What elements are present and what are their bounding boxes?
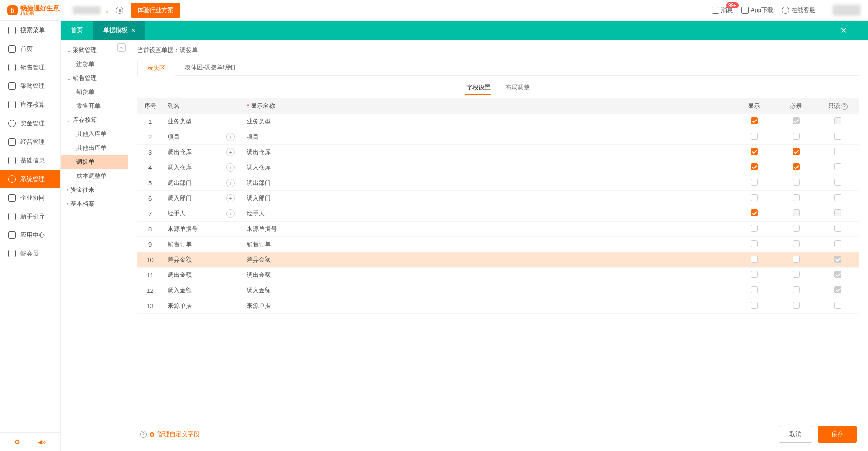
nav-item-system[interactable]: 系统管理: [0, 170, 60, 188]
checkbox[interactable]: [834, 133, 841, 140]
cell-display-name[interactable]: 项目: [242, 129, 733, 145]
nav-item-info[interactable]: 基础信息: [0, 151, 60, 170]
plus-icon[interactable]: +: [226, 179, 235, 187]
nav-item-search[interactable]: 搜索菜单: [0, 21, 60, 40]
checkbox[interactable]: [793, 302, 800, 309]
cell-display-name[interactable]: 调入金额: [242, 283, 733, 298]
checkbox[interactable]: [751, 256, 758, 263]
subnav-item[interactable]: 成本调整单: [61, 169, 128, 183]
industry-plan-button[interactable]: 体验行业方案: [131, 3, 180, 18]
plus-icon[interactable]: +: [226, 163, 235, 172]
section-tab[interactable]: 表头区: [137, 60, 175, 76]
tab-单据模板[interactable]: 单据模板×: [93, 21, 145, 40]
checkbox[interactable]: [751, 286, 758, 293]
user-avatar[interactable]: [833, 5, 861, 16]
subnav-group[interactable]: ⌄销售管理: [61, 71, 128, 85]
settings-icon[interactable]: ⚙: [14, 438, 20, 445]
checkbox[interactable]: [793, 225, 800, 232]
checkbox[interactable]: [751, 117, 758, 124]
checkbox[interactable]: [751, 271, 758, 278]
checkbox[interactable]: [793, 256, 800, 263]
nav-item-collab[interactable]: 企业协同: [0, 188, 60, 207]
subnav-group[interactable]: ›基本档案: [61, 197, 128, 211]
logo[interactable]: b 畅捷通好生意 精易版: [7, 5, 61, 16]
nav-item-biz[interactable]: 经营管理: [0, 133, 60, 151]
plus-icon[interactable]: +: [226, 209, 235, 218]
cell-display-name[interactable]: 调入仓库: [242, 160, 733, 175]
inner-tab[interactable]: 字段设置: [465, 81, 491, 95]
collapse-nav-icon[interactable]: ◀»: [38, 438, 46, 445]
checkbox[interactable]: [751, 133, 758, 140]
checkbox[interactable]: [793, 271, 800, 278]
checkbox[interactable]: [834, 302, 841, 309]
nav-item-purchase[interactable]: 采购管理: [0, 77, 60, 95]
subnav-item[interactable]: 其他入库单: [61, 127, 128, 141]
checkbox[interactable]: [751, 302, 758, 309]
cell-display-name[interactable]: 来源单据: [242, 298, 733, 314]
inner-tab[interactable]: 布局调整: [505, 81, 531, 95]
help-icon[interactable]: ?: [140, 431, 147, 438]
cancel-button[interactable]: 取消: [779, 426, 812, 443]
nav-item-fund[interactable]: 资金管理: [0, 114, 60, 133]
subnav-item[interactable]: 调拨单: [61, 155, 128, 169]
subnav-item[interactable]: 零售开单: [61, 99, 128, 113]
save-button[interactable]: 保存: [818, 426, 857, 443]
cell-display-name[interactable]: 来源单据号: [242, 222, 733, 237]
nav-item-home[interactable]: 首页: [0, 40, 60, 58]
messages-button[interactable]: 消息 99+: [712, 6, 733, 14]
cell-display-name[interactable]: 调出部门: [242, 175, 733, 191]
cell-display-name[interactable]: 业务类型: [242, 114, 733, 129]
tab-首页[interactable]: 首页: [61, 21, 93, 40]
checkbox[interactable]: [751, 148, 758, 155]
nav-item-sales[interactable]: 销售管理: [0, 58, 60, 77]
nav-item-stock[interactable]: 库存核算: [0, 95, 60, 114]
subnav-item[interactable]: 销货单: [61, 85, 128, 99]
online-service-button[interactable]: 在线客服: [782, 6, 815, 14]
help-icon[interactable]: ?: [841, 103, 848, 110]
checkbox[interactable]: [793, 133, 800, 140]
checkbox[interactable]: [834, 225, 841, 232]
subnav-group[interactable]: ›资金往来: [61, 183, 128, 197]
checkbox[interactable]: [834, 194, 841, 201]
cell-display-name[interactable]: 经手人: [242, 206, 733, 222]
plus-icon[interactable]: +: [226, 148, 235, 156]
subnav-item[interactable]: 其他出库单: [61, 141, 128, 155]
checkbox[interactable]: [793, 286, 800, 293]
cell-display-name[interactable]: 调入部门: [242, 191, 733, 206]
plus-icon[interactable]: +: [226, 133, 235, 141]
subnav-item[interactable]: 进货单: [61, 57, 128, 71]
cell-display-name[interactable]: 调出金额: [242, 268, 733, 283]
cell-display-name[interactable]: 销售订单: [242, 237, 733, 252]
checkbox[interactable]: [793, 240, 800, 247]
chevron-down-icon[interactable]: ⌄: [104, 7, 109, 14]
checkbox[interactable]: [834, 179, 841, 186]
org-selector[interactable]: ⌄: [73, 6, 131, 14]
checkbox[interactable]: [751, 240, 758, 247]
checkbox[interactable]: [751, 209, 758, 216]
checkbox[interactable]: [793, 179, 800, 186]
close-icon[interactable]: ×: [131, 27, 135, 34]
tab-close-all-icon[interactable]: ✕: [841, 26, 847, 35]
nav-item-apps[interactable]: 应用中心: [0, 226, 60, 244]
collapse-subnav-icon[interactable]: «: [117, 43, 126, 52]
plus-icon[interactable]: +: [226, 194, 235, 202]
checkbox[interactable]: [751, 225, 758, 232]
checkbox[interactable]: [793, 148, 800, 155]
checkbox[interactable]: [751, 179, 758, 186]
cell-display-name[interactable]: 差异金额: [242, 252, 733, 268]
checkbox[interactable]: [751, 194, 758, 201]
manage-custom-fields-link[interactable]: ? ✿ 管理自定义字段: [139, 430, 200, 438]
nav-item-vip[interactable]: 畅会员: [0, 244, 60, 263]
nav-item-guide[interactable]: 新手引导: [0, 207, 60, 226]
gear-icon[interactable]: [116, 7, 123, 14]
subnav-group[interactable]: ⌄库存核算: [61, 113, 128, 127]
checkbox[interactable]: [834, 163, 841, 170]
cell-display-name[interactable]: 调出仓库: [242, 145, 733, 160]
checkbox[interactable]: [751, 163, 758, 170]
fullscreen-icon[interactable]: ⛶: [853, 26, 861, 35]
checkbox[interactable]: [834, 240, 841, 247]
checkbox[interactable]: [793, 194, 800, 201]
checkbox[interactable]: [834, 148, 841, 155]
app-download-button[interactable]: App下载: [741, 6, 774, 14]
checkbox[interactable]: [793, 163, 800, 170]
